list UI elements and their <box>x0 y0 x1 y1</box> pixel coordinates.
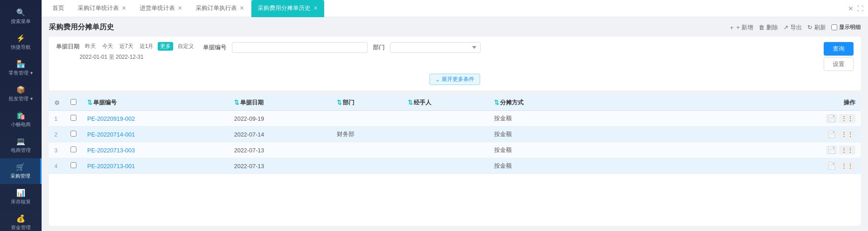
row-more-btn-0[interactable]: ⋮⋮ <box>839 114 855 123</box>
sidebar-item-快捷导航[interactable]: ⚡ 快捷导航 <box>0 29 42 55</box>
tab-2[interactable]: 进货单统计表✕ <box>133 0 189 17</box>
export-icon: ↗ <box>783 24 788 31</box>
shortcut-today[interactable]: 今天 <box>100 42 115 51</box>
dept-label: 部门 <box>373 43 385 52</box>
row-date-3: 2022-07-13 <box>229 158 331 174</box>
sidebar-label-2: 零售管理 ▾ <box>9 70 33 76</box>
tab-close-4[interactable]: ✕ <box>313 5 318 11</box>
add-label: + 新增 <box>736 24 753 32</box>
row-doc-id-1[interactable]: PE-20220714-001 <box>82 127 229 142</box>
shortcut-1month[interactable]: 近1月 <box>138 42 156 51</box>
table-wrap: ⚙ ⇅单据编号 ⇅单据日期 ⇅部门 ⇅经手人 ⇅分摊方式 操作 1 PE-202… <box>49 95 861 226</box>
query-button[interactable]: 查询 <box>824 42 854 56</box>
sidebar-icon-8: 💰 <box>16 214 25 223</box>
filter-bottom: ⌄ 展开更多条件 <box>56 74 854 85</box>
row-date-1: 2022-07-14 <box>229 127 331 142</box>
row-edit-btn-1[interactable]: 📄 <box>826 130 837 139</box>
shortcut-yesterday[interactable]: 昨天 <box>83 42 98 51</box>
sidebar-item-采购管理[interactable]: 🛒 采购管理 <box>0 158 42 184</box>
row-date-2: 2022-07-13 <box>229 142 331 158</box>
row-checkbox-2[interactable] <box>65 142 82 158</box>
sidebar-item-批发管理[interactable]: 📦 批发管理 ▾ <box>0 81 42 107</box>
row-handler-3 <box>402 158 488 174</box>
sidebar-icon-0: 🔍 <box>16 8 25 17</box>
row-edit-btn-2[interactable]: 📄 <box>826 146 837 155</box>
row-op-2: 📄 ⋮⋮ <box>760 142 861 158</box>
date-range-display: 2022-01-01 至 2022-12-31 <box>56 53 196 61</box>
sidebar-icon-7: 📊 <box>16 189 25 197</box>
tab-1[interactable]: 采购订单统计表✕ <box>71 0 132 17</box>
shortcut-more[interactable]: 更多 <box>158 42 173 51</box>
settings-button[interactable]: 设置 <box>824 57 854 71</box>
row-dept-1: 财务部 <box>331 127 403 142</box>
row-num-1: 2 <box>49 127 65 142</box>
col-dept: ⇅部门 <box>331 95 403 111</box>
date-filter-row: 单据日期 昨天 今天 近7天 近1月 更多 自定义 <box>56 42 196 51</box>
row-more-btn-3[interactable]: ⋮⋮ <box>839 161 855 170</box>
sidebar-item-搜索菜单[interactable]: 🔍 搜索菜单 <box>0 4 42 29</box>
row-edit-btn-3[interactable]: 📄 <box>826 161 837 170</box>
table-body: 1 PE-20220919-002 2022-09-19 按金额 📄 ⋮⋮ 2 … <box>49 111 861 174</box>
filter-right: 单据编号 部门 财务部 <box>203 42 816 53</box>
sidebar-icon-3: 📦 <box>16 85 25 94</box>
sidebar-label-6: 采购管理 <box>10 173 30 179</box>
show-cols-checkbox[interactable] <box>831 24 837 30</box>
dept-select[interactable]: 财务部 <box>390 42 481 53</box>
show-cols-toggle[interactable]: 显示明细 <box>831 24 861 31</box>
sidebar-label-3: 批发管理 ▾ <box>9 95 33 102</box>
table-row: 3 PE-20220713-003 2022-07-13 按金额 📄 ⋮⋮ <box>49 142 861 158</box>
tab-close-3[interactable]: ✕ <box>240 5 244 11</box>
table-row: 1 PE-20220919-002 2022-09-19 按金额 📄 ⋮⋮ <box>49 111 861 127</box>
page-title: 采购费用分摊单历史 <box>49 23 114 32</box>
row-method-0: 按金额 <box>489 111 760 127</box>
sidebar: 🔍 搜索菜单⚡ 快捷导航🏪 零售管理 ▾📦 批发管理 ▾🛍️ 小畅电商💻 电商管… <box>0 0 42 231</box>
select-all-checkbox[interactable] <box>71 99 76 105</box>
tab-4[interactable]: 采购费用分摊单历史✕ <box>251 0 324 17</box>
row-doc-id-2[interactable]: PE-20220713-003 <box>82 142 229 158</box>
export-label: 导出 <box>790 24 802 32</box>
sidebar-item-零售管理[interactable]: 🏪 零售管理 ▾ <box>0 55 42 81</box>
row-edit-btn-0[interactable]: 📄 <box>826 114 837 123</box>
sidebar-item-小畅电商[interactable]: 🛍️ 小畅电商 <box>0 107 42 132</box>
row-checkbox-1[interactable] <box>65 127 82 142</box>
tab-3[interactable]: 采购订单执行表✕ <box>189 0 250 17</box>
tab-close-1[interactable]: ✕ <box>122 5 126 11</box>
row-checkbox-3[interactable] <box>65 158 82 174</box>
close-window-btn[interactable]: ✕ <box>848 5 854 12</box>
refresh-button[interactable]: ↻ 刷新 <box>807 24 826 32</box>
page-body: 采购费用分摊单历史 ＋ + 新增 🗑 删除 ↗ 导出 ↻ 刷新 <box>42 17 868 231</box>
row-more-btn-1[interactable]: ⋮⋮ <box>839 130 855 139</box>
shortcut-7days[interactable]: 近7天 <box>118 42 135 51</box>
doc-num-input[interactable] <box>232 42 368 53</box>
row-more-btn-2[interactable]: ⋮⋮ <box>839 146 855 155</box>
sidebar-label-7: 库存核算 <box>11 198 31 205</box>
show-cols-label: 显示明细 <box>839 24 861 31</box>
col-handler: ⇅经手人 <box>402 95 488 111</box>
row-doc-id-3[interactable]: PE-20220713-001 <box>82 158 229 174</box>
maximize-window-btn[interactable]: ⛶ <box>857 5 863 12</box>
expand-more-btn[interactable]: ⌄ 展开更多条件 <box>429 74 480 85</box>
tab-close-2[interactable]: ✕ <box>178 5 182 11</box>
header-actions: ＋ + 新增 🗑 删除 ↗ 导出 ↻ 刷新 显示明细 <box>729 24 861 32</box>
select-all-col[interactable] <box>65 95 82 111</box>
delete-button[interactable]: 🗑 删除 <box>759 24 778 32</box>
delete-icon: 🗑 <box>759 24 764 31</box>
add-button[interactable]: ＋ + 新增 <box>729 24 753 32</box>
tab-label-2: 进货单统计表 <box>140 4 175 12</box>
row-doc-id-0[interactable]: PE-20220919-002 <box>82 111 229 127</box>
sidebar-item-资金管理[interactable]: 💰 资金管理 <box>0 210 42 231</box>
shortcut-custom[interactable]: 自定义 <box>176 42 196 51</box>
export-button[interactable]: ↗ 导出 <box>783 24 802 32</box>
row-checkbox-0[interactable] <box>65 111 82 127</box>
row-op-1: 📄 ⋮⋮ <box>760 127 861 142</box>
row-method-2: 按金额 <box>489 142 760 158</box>
sidebar-item-电商管理[interactable]: 💻 电商管理 <box>0 132 42 158</box>
tab-0[interactable]: 首页 <box>46 0 71 17</box>
row-handler-2 <box>402 142 488 158</box>
row-handler-1 <box>402 127 488 142</box>
row-date-0: 2022-09-19 <box>229 111 331 127</box>
sidebar-item-库存核算[interactable]: 📊 库存核算 <box>0 184 42 210</box>
data-table: ⚙ ⇅单据编号 ⇅单据日期 ⇅部门 ⇅经手人 ⇅分摊方式 操作 1 PE-202… <box>49 95 861 174</box>
expand-label: 展开更多条件 <box>442 75 474 83</box>
settings-col-header[interactable]: ⚙ <box>49 95 65 111</box>
